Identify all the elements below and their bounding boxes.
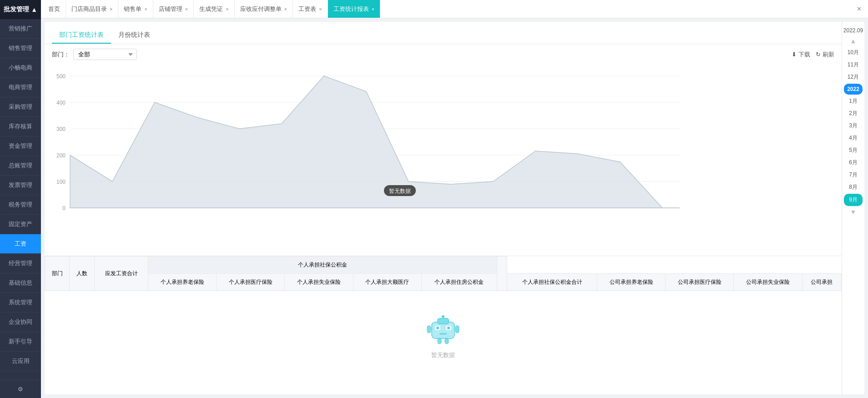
dept-select[interactable]: 全部销售部采购部财务部 [73,49,137,60]
chart-svg: 500 400 300 200 100 0 [52,69,834,233]
close-all-icon: ✕ [857,5,862,12]
sidebar-item-销售管理[interactable]: 销售管理 [0,39,41,58]
sidebar-item-税务管理[interactable]: 税务管理 [0,195,41,215]
empty-area: 暂无数据 [45,291,842,378]
tab-label: 生成凭证 [199,5,223,13]
timeline-up-arrow[interactable]: ▲ [850,35,857,46]
sidebar-item-基础信息[interactable]: 基础信息 [0,273,41,293]
content-area: 部门工资统计表月份统计表 部门： 全部销售部采购部财务部 ⬇ 下载 ↻ 刷新 [41,18,868,398]
svg-text:100: 100 [56,179,66,185]
timeline-item-9月[interactable]: 9月 [844,194,863,206]
timeline-item-6月[interactable]: 6月 [842,156,864,169]
timeline-item-8月[interactable]: 8月 [842,181,864,193]
toolbar-right: ⬇ 下载 ↻ 刷新 [792,50,834,59]
col-personal-pension: 个人承担养老保险 [148,274,217,291]
empty-text: 暂无数据 [431,351,455,359]
tab-close-icon[interactable]: × [226,6,228,12]
timeline-item-3月[interactable]: 3月 [842,120,864,132]
table-area[interactable]: 部门 人数 应发工资合计 个人承担社保公积金 个人承担养老保险 个人承担医疗保险… [45,256,842,394]
sidebar-item-新手引导[interactable]: 新手引导 [0,332,41,352]
sub-tabs: 部门工资统计表月份统计表 [45,22,842,44]
svg-point-20 [447,327,450,329]
tab-close-icon[interactable]: × [185,6,188,12]
svg-rect-23 [455,326,459,333]
sidebar-item-固定资产[interactable]: 固定资产 [0,215,41,234]
sub-tab-部门工资统计表[interactable]: 部门工资统计表 [52,27,111,44]
tab-close-icon[interactable]: × [110,6,112,12]
timeline-item-5月[interactable]: 5月 [842,144,864,156]
tab-close-icon[interactable]: × [144,6,147,12]
sidebar-item-系统管理[interactable]: 系统管理 [0,293,41,312]
tab-门店商品目录[interactable]: 门店商品目录× [66,0,118,18]
col-total-salary: 应发工资合计 [94,257,148,291]
tab-close-icon[interactable]: × [284,6,287,12]
sidebar-header[interactable]: 批发管理 ▲ [0,0,41,19]
timeline-item-1月[interactable]: 1月 [842,95,864,107]
download-button[interactable]: ⬇ 下载 [792,50,810,59]
chart-area: 500 400 300 200 100 0 [45,65,842,256]
timeline-items: 10月11月12月20221月2月3月4月5月6月7月8月9月 [842,46,864,207]
data-table: 部门 人数 应发工资合计 个人承担社保公积金 个人承担养老保险 个人承担医疗保险… [45,256,842,291]
tab-label: 门店商品目录 [71,5,107,13]
col-dept: 部门 [45,257,70,291]
download-icon: ⬇ [792,51,797,58]
sidebar-item-资金管理[interactable]: 资金管理 [0,136,41,156]
svg-rect-25 [445,338,449,344]
timeline-item-4月[interactable]: 4月 [842,132,864,144]
col-count: 人数 [70,257,94,291]
col-personal-major-medical: 个人承担大额医疗 [353,274,421,291]
col-company-pension: 公司承担养老保险 [597,274,666,291]
sidebar: 批发管理 ▲ 营销推广销售管理小畅电商电商管理采购管理库存核算资金管理总账管理发… [0,0,41,398]
sidebar-item-经营管理[interactable]: 经营管理 [0,254,41,273]
sidebar-item-工资[interactable]: 工资 [0,234,41,254]
tab-销售单[interactable]: 销售单× [118,0,153,18]
timeline-item-10月[interactable]: 10月 [842,46,864,59]
timeline-item-2月[interactable]: 2月 [842,107,864,120]
svg-text:500: 500 [56,73,66,80]
sidebar-item-库存核算[interactable]: 库存核算 [0,117,41,136]
col-company-unemployment: 公司承担失业保险 [734,274,802,291]
svg-rect-15 [438,318,449,324]
timeline-item-2022[interactable]: 2022 [844,84,863,95]
svg-rect-21 [439,333,447,335]
close-all-button[interactable]: ✕ [852,5,866,12]
tab-工资表[interactable]: 工资表× [293,0,328,18]
col-personal-unemployment: 个人承担失业保险 [285,274,353,291]
toolbar: 部门： 全部销售部采购部财务部 ⬇ 下载 ↻ 刷新 [45,44,842,65]
sidebar-item-小畅电商[interactable]: 小畅电商 [0,58,41,78]
tab-items: 首页门店商品目录×销售单×店铺管理×生成凭证×应收应付调整单×工资表×工资统计报… [43,0,380,18]
tab-首页[interactable]: 首页 [43,0,66,18]
tab-工资统计报表[interactable]: 工资统计报表× [328,0,380,18]
sidebar-footer[interactable]: ⚙ [0,380,41,398]
refresh-label: 刷新 [823,50,834,59]
col-personal-housing-fund: 个人承担住房公积金 [421,274,497,291]
sidebar-item-企业协同[interactable]: 企业协同 [0,312,41,332]
col-personal-insurance-header: 个人承担社保公积金 [148,257,497,274]
tab-label: 工资统计报表 [333,5,369,13]
tab-close-icon[interactable]: × [319,6,322,12]
sidebar-item-云应用[interactable]: 云应用 [0,352,41,371]
tab-应收应付调整单[interactable]: 应收应付调整单× [235,0,293,18]
col-spacer [497,257,507,291]
sidebar-item-电商管理[interactable]: 电商管理 [0,78,41,97]
timeline-down-arrow[interactable]: ▼ [850,207,857,217]
sidebar-title: 批发管理 [4,5,29,14]
refresh-icon: ↻ [816,51,821,58]
gear-icon: ⚙ [18,386,23,393]
tab-close-icon[interactable]: × [372,6,374,12]
sub-tab-月份统计表[interactable]: 月份统计表 [111,27,157,44]
timeline-item-11月[interactable]: 11月 [842,59,864,71]
sidebar-item-营销推广[interactable]: 营销推广 [0,19,41,39]
tab-店铺管理[interactable]: 店铺管理× [153,0,194,18]
svg-text:200: 200 [56,152,66,159]
tab-生成凭证[interactable]: 生成凭证× [194,0,234,18]
svg-text:400: 400 [56,100,66,106]
timeline-item-7月[interactable]: 7月 [842,169,864,181]
sidebar-item-发票管理[interactable]: 发票管理 [0,176,41,195]
svg-point-16 [442,315,444,318]
refresh-button[interactable]: ↻ 刷新 [816,50,834,59]
sidebar-item-总账管理[interactable]: 总账管理 [0,156,41,176]
timeline-item-12月[interactable]: 12月 [842,71,864,83]
sidebar-item-采购管理[interactable]: 采购管理 [0,97,41,117]
tab-bar: 首页门店商品目录×销售单×店铺管理×生成凭证×应收应付调整单×工资表×工资统计报… [41,0,868,18]
